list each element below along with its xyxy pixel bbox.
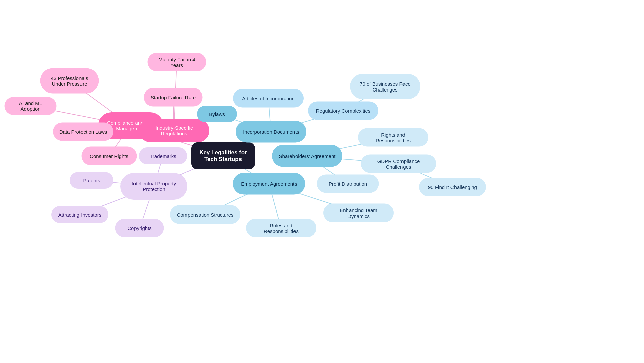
node-compensation[interactable]: Compensation Structures	[170, 205, 240, 224]
node-label-trademarks: Trademarks	[150, 153, 176, 159]
node-label-bylaws: Bylaws	[209, 111, 225, 117]
node-articles[interactable]: Articles of Incorporation	[233, 89, 304, 108]
node-employment[interactable]: Employment Agreements	[233, 173, 305, 195]
node-90_find[interactable]: 90 Find It Challenging	[419, 178, 486, 196]
node-label-consumer_rights: Consumer Rights	[90, 153, 128, 159]
node-label-industry_regs: Industry-Specific Regulations	[145, 125, 203, 136]
node-industry_regs[interactable]: Industry-Specific Regulations	[139, 119, 209, 142]
node-shareholders[interactable]: Shareholders' Agreement	[272, 145, 342, 167]
node-label-professionals: 43 Professionals Under Pressure	[46, 75, 93, 86]
node-label-ai_ml: AI and ML Adoption	[11, 100, 51, 112]
node-roles[interactable]: Roles and Responsibilities	[246, 219, 316, 237]
node-center[interactable]: Key Legalities for Tech Startups	[191, 142, 255, 169]
node-label-majority_fail: Majority Fail in 4 Years	[154, 56, 200, 68]
node-label-shareholders: Shareholders' Agreement	[279, 153, 336, 159]
node-label-articles: Articles of Incorporation	[242, 96, 295, 101]
node-data_protection[interactable]: Data Protection Laws	[53, 123, 113, 141]
node-startup_failure[interactable]: Startup Failure Rate	[144, 88, 203, 107]
node-label-70_biz: 70 of Businesses Face Challenges	[356, 81, 414, 92]
node-incorporation[interactable]: Incorporation Documents	[236, 121, 306, 143]
node-ip_protection[interactable]: Intellectual Property Protection	[120, 173, 187, 200]
node-label-rights_resp: Rights and Responsibilities	[364, 132, 422, 143]
node-label-roles: Roles and Responsibilities	[252, 222, 310, 234]
node-ai_ml[interactable]: AI and ML Adoption	[5, 97, 57, 115]
node-label-90_find: 90 Find It Challenging	[428, 184, 477, 190]
node-regulatory[interactable]: Regulatory Complexities	[308, 102, 378, 120]
node-label-data_protection: Data Protection Laws	[59, 129, 107, 135]
node-patents[interactable]: Patents	[70, 172, 113, 189]
node-label-startup_failure: Startup Failure Rate	[151, 95, 196, 100]
node-label-incorporation: Incorporation Documents	[243, 129, 299, 135]
node-professionals[interactable]: 43 Professionals Under Pressure	[40, 68, 99, 94]
node-label-center: Key Legalities for Tech Startups	[197, 149, 249, 163]
node-label-gdpr: GDPR Compliance Challenges	[367, 158, 430, 169]
mindmap-container: Key Legalities for Tech StartupsComplian…	[0, 0, 644, 363]
node-label-copyrights: Copyrights	[127, 225, 152, 231]
node-profit_dist[interactable]: Profit Distribution	[317, 175, 379, 193]
node-gdpr[interactable]: GDPR Compliance Challenges	[361, 155, 436, 173]
node-label-regulatory: Regulatory Complexities	[316, 108, 371, 114]
node-label-patents: Patents	[83, 178, 100, 183]
node-label-ip_protection: Intellectual Property Protection	[126, 181, 181, 192]
node-bylaws[interactable]: Bylaws	[197, 106, 237, 122]
node-70_biz[interactable]: 70 of Businesses Face Challenges	[350, 74, 420, 99]
node-label-profit_dist: Profit Distribution	[329, 181, 367, 187]
node-label-attracting_inv: Attracting Investors	[58, 212, 101, 218]
node-majority_fail[interactable]: Majority Fail in 4 Years	[148, 53, 206, 71]
node-consumer_rights[interactable]: Consumer Rights	[82, 147, 137, 165]
node-trademarks[interactable]: Trademarks	[139, 147, 187, 164]
node-copyrights[interactable]: Copyrights	[115, 219, 164, 237]
node-label-enhancing: Enhancing Team Dynamics	[329, 207, 388, 219]
node-enhancing[interactable]: Enhancing Team Dynamics	[323, 204, 394, 222]
node-rights_resp[interactable]: Rights and Responsibilities	[358, 128, 428, 147]
node-label-employment: Employment Agreements	[241, 181, 297, 187]
node-label-compensation: Compensation Structures	[177, 212, 233, 218]
node-attracting_inv[interactable]: Attracting Investors	[51, 206, 108, 223]
